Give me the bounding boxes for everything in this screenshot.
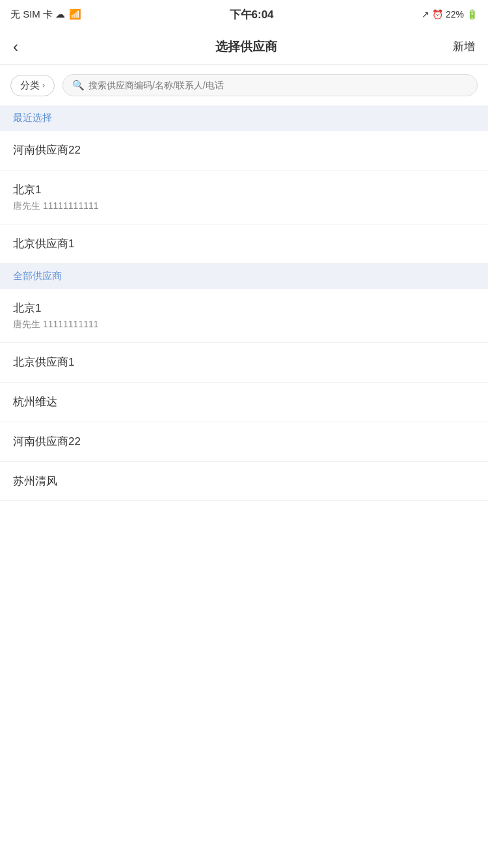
item-name: 北京1 (13, 301, 475, 316)
search-icon: 🔍 (72, 79, 85, 91)
list-item[interactable]: 北京供应商1 (0, 224, 488, 264)
battery-level: 22% (446, 9, 464, 20)
item-name: 北京1 (13, 182, 475, 198)
all-items-list: 北京1 唐先生 11111111111 北京供应商1 杭州维达 河南供应商22 … (0, 289, 488, 501)
status-bar: 无 SIM 卡 ☁ 📶 下午6:04 ↗ ⏰ 22% 🔋 (0, 0, 488, 29)
search-box[interactable]: 🔍 (62, 74, 478, 96)
list-item[interactable]: 北京供应商1 (0, 343, 488, 383)
item-name: 苏州清风 (13, 474, 475, 489)
sim-status: 无 SIM 卡 ☁ (10, 8, 65, 21)
add-button[interactable]: 新增 (453, 39, 475, 54)
nav-bar: ‹ 选择供应商 新增 (0, 29, 488, 65)
recent-section-label: 最近选择 (13, 112, 52, 123)
status-time: 下午6:04 (230, 7, 274, 22)
status-left: 无 SIM 卡 ☁ 📶 (10, 8, 81, 21)
back-button[interactable]: ‹ (13, 38, 39, 56)
item-name: 杭州维达 (13, 394, 475, 410)
recent-items-list: 河南供应商22 北京1 唐先生 11111111111 北京供应商1 (0, 131, 488, 264)
item-name: 河南供应商22 (13, 434, 475, 450)
item-sub: 唐先生 11111111111 (13, 319, 475, 331)
chevron-right-icon: › (42, 81, 45, 90)
all-section-label: 全部供应商 (13, 270, 62, 281)
list-item[interactable]: 北京1 唐先生 11111111111 (0, 289, 488, 343)
battery-icon: 🔋 (467, 9, 478, 20)
list-item[interactable]: 苏州清风 (0, 462, 488, 502)
alarm-icon: ⏰ (432, 9, 443, 20)
item-name: 北京供应商1 (13, 355, 475, 370)
filter-bar: 分类 › 🔍 (0, 65, 488, 105)
search-input[interactable] (88, 80, 468, 90)
item-sub: 唐先生 11111111111 (13, 200, 475, 212)
status-right: ↗ ⏰ 22% 🔋 (422, 9, 478, 20)
category-label: 分类 (20, 79, 40, 92)
item-name: 河南供应商22 (13, 142, 475, 158)
recent-section-header: 最近选择 (0, 105, 488, 131)
list-item[interactable]: 杭州维达 (0, 383, 488, 422)
page-title: 选择供应商 (215, 38, 277, 55)
all-section-header: 全部供应商 (0, 264, 488, 289)
list-item[interactable]: 北京1 唐先生 11111111111 (0, 170, 488, 224)
wifi-icon: 📶 (69, 8, 81, 20)
item-name: 北京供应商1 (13, 236, 475, 252)
list-item[interactable]: 河南供应商22 (0, 131, 488, 170)
category-button[interactable]: 分类 › (10, 75, 55, 96)
location-icon: ↗ (422, 9, 429, 20)
list-item[interactable]: 河南供应商22 (0, 422, 488, 462)
